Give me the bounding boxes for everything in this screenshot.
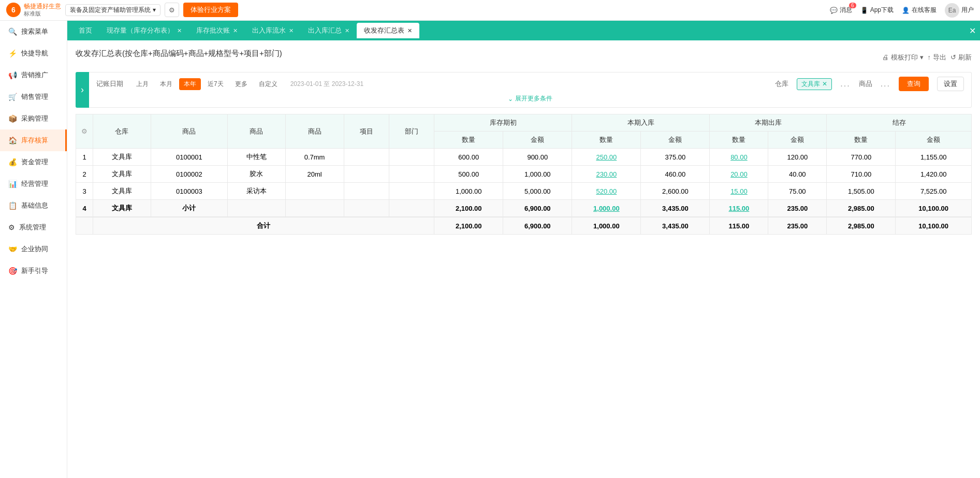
settings-icon-btn[interactable]: ⚙ — [165, 3, 179, 17]
date-btn-7days[interactable]: 近7天 — [203, 78, 228, 90]
sidebar-item-system[interactable]: ⚙ 系统管理 — [0, 216, 67, 238]
row-close-qty: 710.00 — [827, 166, 896, 183]
date-btn-this-year[interactable]: 本年 — [179, 78, 201, 90]
warehouse-tag-close-icon[interactable]: ✕ — [822, 80, 827, 88]
sidebar-item-inventory[interactable]: 🏠 库存核算 — [0, 129, 67, 151]
table-header-goods-code: 商品 — [151, 114, 228, 149]
row-in-qty-link[interactable]: 230.00 — [572, 166, 641, 183]
tab-close-icon[interactable]: ✕ — [345, 28, 349, 34]
tab-stock-dist[interactable]: 现存量（库存分布表） ✕ — [99, 23, 189, 38]
subtotal-label: 小计 — [151, 200, 228, 218]
row-out-qty-link[interactable]: 15.00 — [710, 183, 768, 200]
tab-batch-account[interactable]: 库存批次账 ✕ — [189, 23, 245, 38]
expand-conditions-btn[interactable]: ⌄ 展开更多条件 — [508, 94, 552, 103]
sidebar-item-finance[interactable]: 💰 资金管理 — [0, 151, 67, 173]
refresh-btn[interactable]: ↺ 刷新 — [950, 53, 972, 62]
sidebar-item-basic-info[interactable]: 📋 基础信息 — [0, 195, 67, 216]
nav-icon: ⚡ — [8, 49, 17, 57]
table-row: 2 文具库 0100002 胶水 20ml 500.00 1,000.00 23… — [76, 166, 972, 183]
tab-inout-summary[interactable]: 出入库汇总 ✕ — [301, 23, 357, 38]
subtotal-num: 4 — [76, 200, 93, 218]
operations-icon: 📊 — [8, 180, 17, 188]
table-header-out: 本期出库 — [710, 114, 827, 132]
sidebar-item-purchase[interactable]: 📦 采购管理 — [0, 108, 67, 129]
subtotal-empty4 — [389, 200, 434, 218]
system-title-dropdown[interactable]: 装备及固定资产辅助管理系统 ▾ — [65, 4, 160, 16]
table-sub-in-amt: 金额 — [641, 132, 710, 149]
total-open-qty: 2,100.00 — [434, 217, 503, 235]
row-in-qty-link[interactable]: 250.00 — [572, 149, 641, 166]
tab-home[interactable]: 首页 — [71, 23, 99, 38]
print-template-btn[interactable]: 🖨 模板打印 ▾ — [882, 53, 924, 62]
warehouse-tag: 文具库 ✕ — [797, 78, 832, 90]
sidebar-item-sales[interactable]: 🛒 销售管理 — [0, 86, 67, 108]
tab-close-icon[interactable]: ✕ — [177, 28, 182, 34]
sidebar-item-collab[interactable]: 🤝 企业协同 — [0, 238, 67, 260]
table-sub-in-qty: 数量 — [572, 132, 641, 149]
total-close-qty: 2,985.00 — [827, 217, 896, 235]
header-right: 💬 消息 6 📱 App下载 👤 在线客服 Ea 用户 — [830, 3, 974, 18]
row-out-qty-link[interactable]: 80.00 — [710, 149, 768, 166]
printer-icon: 🖨 — [882, 53, 889, 61]
subtotal-warehouse: 文具库 — [93, 200, 151, 218]
tab-inout-flow[interactable]: 出入库流水 ✕ — [245, 23, 301, 38]
user-action[interactable]: Ea 用户 — [945, 3, 974, 18]
row-dept — [389, 166, 434, 183]
total-in-amt: 3,435.00 — [641, 217, 710, 235]
header-left: 6 畅捷通好生意 标准版 装备及固定资产辅助管理系统 ▾ ⚙ 体验行业方案 — [6, 3, 238, 18]
sidebar-item-operations[interactable]: 📊 经营管理 — [0, 173, 67, 195]
table-header-project: 项目 — [344, 114, 389, 149]
row-in-qty-link[interactable]: 520.00 — [572, 183, 641, 200]
guide-icon: 🎯 — [8, 267, 17, 275]
tab-close-icon[interactable]: ✕ — [407, 28, 412, 34]
row-close-amt: 1,155.00 — [896, 149, 972, 166]
total-out-amt: 235.00 — [768, 217, 827, 235]
table-sub-close-amt: 金额 — [896, 132, 972, 149]
filter-body: 记账日期 上月 本月 本年 近7天 更多 自定义 2023-01-01 至 20… — [89, 72, 972, 108]
row-in-amt: 2,600.00 — [641, 183, 710, 200]
row-code: 0100001 — [151, 149, 228, 166]
filter-toggle-btn[interactable]: › — [76, 72, 89, 108]
marketing-icon: 📢 — [8, 71, 17, 79]
subtotal-open-amt: 6,900.00 — [503, 200, 572, 218]
row-open-amt: 900.00 — [503, 149, 572, 166]
warehouse-more-dots[interactable]: ... — [840, 79, 850, 89]
row-out-qty-link[interactable]: 20.00 — [710, 166, 768, 183]
online-service-action[interactable]: 👤 在线客服 — [902, 6, 937, 15]
settings-button[interactable]: 设置 — [937, 77, 964, 91]
close-all-tabs-button[interactable]: ✕ — [969, 26, 976, 36]
export-icon: ↑ — [928, 53, 931, 61]
row-in-amt: 375.00 — [641, 149, 710, 166]
row-close-qty: 1,505.00 — [827, 183, 896, 200]
date-btn-this-month[interactable]: 本月 — [155, 78, 177, 90]
export-btn[interactable]: ↑ 导出 — [928, 53, 947, 62]
subtotal-out-qty[interactable]: 115.00 — [710, 200, 768, 218]
message-action[interactable]: 💬 消息 6 — [830, 6, 852, 15]
sidebar-item-guide[interactable]: 🎯 新手引导 — [0, 260, 67, 282]
total-in-qty: 1,000.00 — [572, 217, 641, 235]
row-open-qty: 1,000.00 — [434, 183, 503, 200]
table-header-closing: 结存 — [827, 114, 972, 132]
table-sub-open-amt: 金额 — [503, 132, 572, 149]
tab-close-icon[interactable]: ✕ — [289, 28, 294, 34]
tab-stock-summary[interactable]: 收发存汇总表 ✕ — [357, 23, 419, 38]
logo-text-area: 畅捷通好生意 标准版 — [24, 3, 61, 18]
sidebar-item-search[interactable]: 🔍 搜索菜单 — [0, 21, 67, 42]
goods-more-dots[interactable]: ... — [881, 79, 890, 89]
date-btn-more[interactable]: 更多 — [230, 78, 252, 90]
sales-icon: 🛒 — [8, 93, 17, 101]
query-button[interactable]: 查询 — [899, 77, 929, 91]
sidebar-item-nav[interactable]: ⚡ 快捷导航 — [0, 42, 67, 64]
app-download-action[interactable]: 📱 App下载 — [860, 6, 894, 15]
filter-area: › 记账日期 上月 本月 本年 近7天 更多 自定义 — [76, 72, 972, 108]
subtotal-in-qty[interactable]: 1,000.00 — [572, 200, 641, 218]
top-header: 6 畅捷通好生意 标准版 装备及固定资产辅助管理系统 ▾ ⚙ 体验行业方案 💬 … — [0, 0, 980, 21]
trial-button[interactable]: 体验行业方案 — [183, 3, 238, 17]
date-btn-custom[interactable]: 自定义 — [254, 78, 282, 90]
row-dept — [389, 183, 434, 200]
table-settings-header[interactable]: ⚙ — [76, 114, 93, 149]
date-btn-last-month[interactable]: 上月 — [131, 78, 153, 90]
sidebar-item-marketing[interactable]: 📢 营销推广 — [0, 64, 67, 86]
tab-close-icon[interactable]: ✕ — [233, 28, 238, 34]
row-code: 0100002 — [151, 166, 228, 183]
